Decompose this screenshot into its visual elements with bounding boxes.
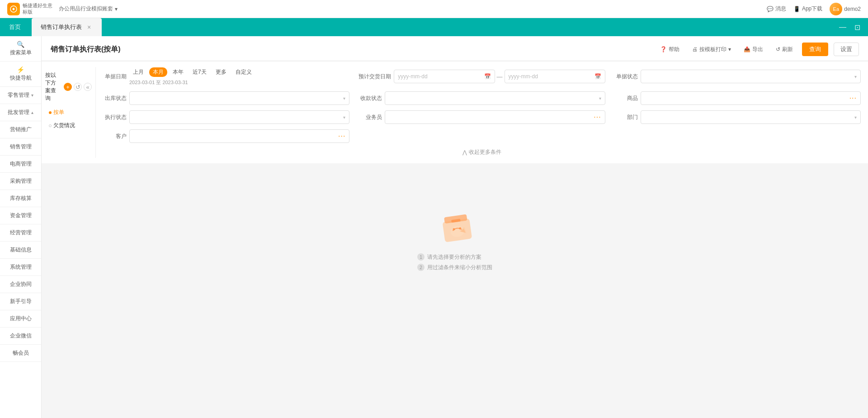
collapse-filters-button[interactable]: ⋀ 收起更多条件: [103, 145, 861, 158]
payment-status-select[interactable]: ▾: [385, 91, 605, 105]
date-tab-more[interactable]: 更多: [212, 67, 230, 77]
sidebar-item-marketing[interactable]: 营销推广: [0, 121, 41, 138]
expected-date-start[interactable]: yyyy-mm-dd 📅: [394, 70, 495, 83]
filter-expected-date: 预计交货日期 yyyy-mm-dd 📅 — yyyy-mm-dd 📅: [359, 67, 605, 86]
payment-status-label: 收款状态: [359, 95, 382, 102]
refresh-icon: ↺: [776, 46, 780, 52]
sidebar-item-basic[interactable]: 基础信息: [0, 242, 41, 259]
add-scheme-button[interactable]: +: [64, 83, 72, 91]
quick-nav-label: 快捷导航: [10, 75, 32, 81]
sidebar-item-operations-label: 经营管理: [10, 229, 32, 237]
export-button[interactable]: 📤 导出: [740, 44, 767, 55]
filter-date: 单据日期 上月 本月 本年 近7天 更多 自定义 20: [103, 67, 349, 86]
filter-dept: 部门 ▾: [614, 110, 861, 124]
sidebar-item-apps[interactable]: 应用中心: [0, 310, 41, 328]
doc-status-select[interactable]: ▾: [641, 70, 861, 83]
app-download-icon: 📱: [793, 6, 800, 12]
sidebar-item-system-label: 系统管理: [10, 263, 32, 271]
date-tab-this-year[interactable]: 本年: [169, 67, 187, 77]
customer-select[interactable]: ···: [129, 129, 349, 143]
empty-hints: 1 请先选择要分析的方案 2 用过滤条件来缩小分析范围: [417, 253, 492, 271]
filter-row-4: 客户 ···: [103, 129, 861, 143]
industry-selector[interactable]: 办公用品行业模拟账套 ▾: [56, 4, 120, 14]
wholesale-arrow-icon: ▴: [31, 110, 33, 115]
hint-text-1: 请先选择要分析的方案: [427, 253, 481, 261]
out-status-select[interactable]: ▾: [129, 91, 349, 105]
refresh-scheme-button[interactable]: ↺: [74, 83, 82, 91]
sidebar-item-operations[interactable]: 经营管理: [0, 224, 41, 242]
scheme-item-backorder[interactable]: 欠货情况: [45, 119, 92, 132]
help-icon: ❓: [660, 46, 667, 52]
header-right: 💬 消息 📱 App下载 Ea demo2: [767, 3, 861, 15]
sidebar-item-retail[interactable]: 零售管理 ▾: [0, 87, 41, 104]
goods-select[interactable]: ···: [641, 91, 861, 105]
print-button[interactable]: 🖨 按模板打印 ▾: [689, 44, 735, 55]
sidebar-item-sales[interactable]: 销售管理: [0, 138, 41, 156]
message-icon: 💬: [767, 6, 774, 12]
active-tab[interactable]: 销售订单执行表 ×: [32, 18, 102, 36]
help-button[interactable]: ❓ 帮助: [656, 44, 683, 55]
maximize-button[interactable]: ⊡: [852, 22, 863, 33]
sidebar-quick-nav[interactable]: ⚡ 快捷导航: [0, 62, 41, 87]
message-button[interactable]: 💬 消息: [767, 5, 786, 13]
exec-status-label: 执行状态: [103, 114, 127, 121]
dept-select[interactable]: ▾: [641, 110, 861, 124]
inactive-dot-icon: [49, 124, 52, 127]
filter-exec-status: 执行状态 ▾: [103, 110, 349, 124]
sidebar-item-purchase[interactable]: 采购管理: [0, 173, 41, 190]
date-tab-custom[interactable]: 自定义: [232, 67, 255, 77]
customer-label: 客户: [103, 133, 127, 140]
print-label: 按模板打印: [699, 46, 726, 53]
sidebar-item-inventory[interactable]: 库存核算: [0, 190, 41, 207]
date-tab-7days[interactable]: 近7天: [189, 67, 210, 77]
content-area: 销售订单执行表(按单) ❓ 帮助 🖨 按模板打印 ▾ 📤 导出 ↺ 刷新: [42, 36, 868, 418]
calendar-end-icon: 📅: [594, 73, 601, 80]
empty-visual: [432, 200, 477, 246]
date-tab-last-month[interactable]: 上月: [129, 67, 147, 77]
sidebar-item-member[interactable]: 畅会员: [0, 345, 41, 362]
minimize-button[interactable]: —: [837, 22, 848, 33]
refresh-button[interactable]: ↺ 刷新: [772, 44, 797, 55]
filters-right: 单据日期 上月 本月 本年 近7天 更多 自定义 20: [96, 67, 868, 158]
sidebar-item-finance[interactable]: 资金管理: [0, 207, 41, 224]
collapse-panel-button[interactable]: «: [84, 83, 92, 91]
filter-salesman: 业务员 ···: [359, 110, 605, 124]
dept-label: 部门: [614, 114, 638, 121]
expected-date-end[interactable]: yyyy-mm-dd 📅: [505, 70, 605, 83]
date-tab-this-month[interactable]: 本月: [149, 67, 167, 77]
sidebar-item-wechat[interactable]: 企业微信: [0, 328, 41, 345]
out-status-label: 出库状态: [103, 95, 127, 102]
filter-customer: 客户 ···: [103, 129, 349, 143]
hint-num-1: 1: [417, 253, 425, 261]
scheme-item-order[interactable]: 按单: [45, 106, 92, 119]
message-label: 消息: [775, 5, 786, 13]
filter-section: 按以下方案查询 + ↺ « 按单 欠货情况: [42, 62, 868, 163]
header-left: 畅捷通好生意 标版 办公用品行业模拟账套 ▾: [7, 3, 120, 15]
sidebar-item-guide[interactable]: 新手引导: [0, 293, 41, 310]
query-button[interactable]: 查询: [802, 43, 828, 56]
setup-button[interactable]: 设置: [834, 43, 859, 56]
sidebar-item-member-label: 畅会员: [13, 349, 29, 357]
sidebar-search[interactable]: 🔍 搜索菜单: [0, 36, 41, 62]
sidebar-item-enterprise[interactable]: 企业协同: [0, 276, 41, 293]
search-label: 搜索菜单: [10, 49, 32, 56]
empty-hint-2: 2 用过滤条件来缩小分析范围: [417, 264, 492, 271]
sidebar-item-system[interactable]: 系统管理: [0, 259, 41, 276]
home-tab[interactable]: 首页: [0, 18, 30, 36]
export-icon: 📤: [744, 46, 750, 52]
user-profile[interactable]: Ea demo2: [830, 3, 861, 15]
salesman-select[interactable]: ···: [385, 110, 605, 124]
main-layout: 🔍 搜索菜单 ⚡ 快捷导航 零售管理 ▾ 批发管理 ▴ 营销推广 销售管理 电商…: [0, 36, 868, 418]
exec-status-select[interactable]: ▾: [129, 110, 349, 124]
sidebar-item-ecommerce[interactable]: 电商管理: [0, 156, 41, 173]
date-range-separator: —: [497, 73, 503, 80]
close-tab-button[interactable]: ×: [85, 24, 93, 31]
app-download-button[interactable]: 📱 App下载: [793, 5, 822, 13]
industry-dropdown-icon: ▾: [115, 6, 118, 12]
sidebar-item-wholesale-label: 批发管理: [8, 109, 29, 116]
sidebar-item-inventory-label: 库存核算: [10, 195, 32, 202]
sidebar-item-enterprise-label: 企业协同: [10, 280, 32, 288]
filter-row-1: 单据日期 上月 本月 本年 近7天 更多 自定义 20: [103, 67, 861, 86]
hint-text-2: 用过滤条件来缩小分析范围: [427, 264, 492, 271]
sidebar-item-wholesale[interactable]: 批发管理 ▴: [0, 104, 41, 121]
